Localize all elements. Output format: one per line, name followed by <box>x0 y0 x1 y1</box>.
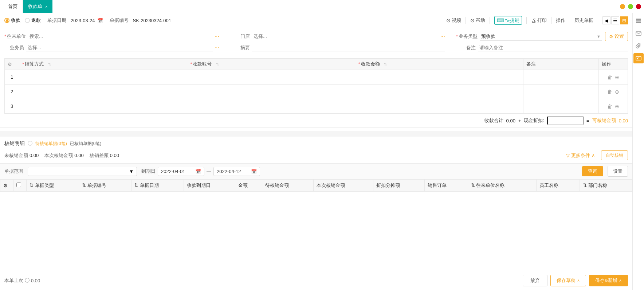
done-link[interactable]: 已核销单据(0笔) <box>70 141 102 147</box>
from-unit-group: 往来单位 ··· <box>4 33 219 40</box>
prev-view-icon[interactable]: ◀ <box>602 16 610 24</box>
maximize-btn[interactable] <box>628 4 633 9</box>
grid-view-icon[interactable]: ⊞ <box>620 16 628 24</box>
date-to-input[interactable]: 📅 <box>213 167 260 176</box>
auto-settle-btn[interactable]: 自动核销 <box>601 150 628 160</box>
copy-icon-1[interactable]: ⊕ <box>615 74 619 80</box>
tab-close-icon[interactable]: × <box>45 4 47 9</box>
cal-icon-2[interactable]: 📅 <box>251 169 257 174</box>
biz-type-select[interactable]: 预收款 ▼ <box>480 32 602 41</box>
video-btn[interactable]: ⊙ 视频 <box>446 17 461 24</box>
print-icon: 🖨 <box>531 17 536 23</box>
discount-input[interactable] <box>547 117 584 125</box>
biz-type-group: 业务类型 预收款 ▼ ⚙ 设置 <box>456 32 628 41</box>
pending-link[interactable]: 待核销单据(0笔) <box>35 141 67 147</box>
close-btn[interactable] <box>636 4 641 9</box>
video-label: 视频 <box>452 17 461 24</box>
diff-label: 核销差额 <box>90 152 109 159</box>
copy-icon-3[interactable]: ⊕ <box>615 103 619 109</box>
range-select[interactable]: ▼ <box>28 167 137 176</box>
save-new-chevron: ∧ <box>619 278 622 283</box>
col-check-all[interactable] <box>13 180 27 192</box>
main-container: 收款 退款 单据日期 2023-03-24 📅 单据编号 SK-20230324… <box>0 13 632 290</box>
minimize-btn[interactable] <box>620 4 625 9</box>
help-btn[interactable]: ⊙ 帮助 <box>470 17 485 24</box>
more-filter-btn[interactable]: ▽ 更多条件 ∧ <box>566 152 595 159</box>
refund-radio-label: 退款 <box>31 17 41 24</box>
date-from-input[interactable]: 📅 <box>158 167 204 176</box>
date-to-field[interactable] <box>217 169 250 174</box>
save-draft-label: 保存草稿 <box>557 277 576 284</box>
cell-remark-3[interactable] <box>523 99 598 114</box>
cell-remark-2[interactable] <box>523 85 598 99</box>
biz-type-value: 预收款 <box>481 33 597 40</box>
delete-icon-3[interactable]: 🗑 <box>607 103 612 109</box>
table-settings-gear[interactable]: ⚙ <box>8 62 12 67</box>
svg-rect-2 <box>636 22 641 23</box>
check-all-checkbox[interactable] <box>16 183 21 187</box>
cell-settle-3[interactable] <box>19 99 187 114</box>
receipt-radio-dot <box>4 18 9 23</box>
print-btn[interactable]: 🖨 打印 <box>531 17 547 24</box>
settle-table: ⚙ ⇅ 单据类型 ⇅ 单据编号 <box>0 179 632 192</box>
sidebar-table-icon[interactable] <box>633 16 644 26</box>
settings-btn[interactable]: ⚙ 设置 <box>605 32 628 41</box>
col-gear[interactable]: ⚙ <box>5 59 19 70</box>
sidebar-capture-icon[interactable] <box>633 53 644 63</box>
col-discount: 折扣分摊额 <box>373 180 424 192</box>
save-draft-btn[interactable]: 保存草稿 ∧ <box>550 275 586 286</box>
history-btn[interactable]: 历史单据 <box>574 17 593 24</box>
sort-icon-doc-no: ⇅ <box>82 183 86 188</box>
cell-amount-2[interactable] <box>355 85 523 99</box>
divider-2 <box>490 17 490 24</box>
store-input[interactable] <box>252 33 439 40</box>
tab-home[interactable]: 首页 <box>3 0 23 13</box>
cal-icon-1[interactable]: 📅 <box>195 169 201 174</box>
unsettled-label: 未核销金额 <box>4 152 28 159</box>
calendar-icon[interactable]: 📅 <box>97 18 103 23</box>
abandon-btn[interactable]: 放弃 <box>523 275 547 286</box>
cell-amount-1[interactable] <box>355 70 523 85</box>
filter-icon: ▽ <box>566 153 570 158</box>
prev-label: 本单上次 <box>4 277 23 284</box>
cell-account-1[interactable] <box>187 70 355 85</box>
date-from-field[interactable] <box>161 169 194 174</box>
col-current-amount: 本次核销金额 <box>314 180 373 192</box>
store-more-btn[interactable]: ··· <box>440 33 445 40</box>
cell-amount-3[interactable] <box>355 99 523 114</box>
form-row-2: 业务员 ··· 摘要 备注 <box>4 44 628 51</box>
cell-settle-1[interactable] <box>19 70 187 85</box>
gear-icon: ⚙ <box>609 34 613 39</box>
filter-settings-btn[interactable]: 设置 <box>608 166 628 177</box>
refund-radio[interactable]: 退款 <box>25 17 41 24</box>
save-new-btn[interactable]: 保存&新增 ∧ <box>589 275 628 286</box>
cell-remark-1[interactable] <box>523 70 598 85</box>
cell-account-2[interactable] <box>187 85 355 99</box>
receipt-radio[interactable]: 收款 <box>4 17 20 24</box>
staff-more-btn[interactable]: ··· <box>215 44 219 51</box>
ops-btn[interactable]: 操作 <box>556 17 565 24</box>
from-unit-more-btn[interactable]: ··· <box>215 33 219 40</box>
settle-info-icon[interactable]: ⓘ <box>28 140 32 147</box>
from-unit-input[interactable] <box>28 33 213 40</box>
shortcut-btn[interactable]: ⌨ 快捷键 <box>494 16 522 25</box>
gear-icon-2[interactable]: ⚙ <box>3 183 8 188</box>
list-view-icon[interactable]: ☰ <box>611 16 619 24</box>
cell-account-3[interactable] <box>187 99 355 114</box>
remark-input[interactable] <box>478 44 628 51</box>
refund-radio-dot <box>25 18 30 23</box>
tab-receipt[interactable]: 收款单 × <box>23 0 52 13</box>
col-ops: 操作 <box>599 59 628 70</box>
delete-icon-2[interactable]: 🗑 <box>607 89 612 95</box>
settle-divider <box>0 131 632 137</box>
copy-icon-2[interactable]: ⊕ <box>615 89 619 95</box>
staff-input[interactable] <box>26 44 213 51</box>
summary-input[interactable] <box>252 44 445 51</box>
sidebar-email-icon[interactable] <box>633 28 644 39</box>
query-btn[interactable]: 查询 <box>582 166 603 176</box>
sidebar-attachment-icon[interactable] <box>633 41 644 51</box>
delete-icon-1[interactable]: 🗑 <box>607 74 612 80</box>
tab-receipt-label: 收款单 <box>28 3 42 10</box>
help-icon: ⊙ <box>470 17 475 23</box>
cell-settle-2[interactable] <box>19 85 187 99</box>
